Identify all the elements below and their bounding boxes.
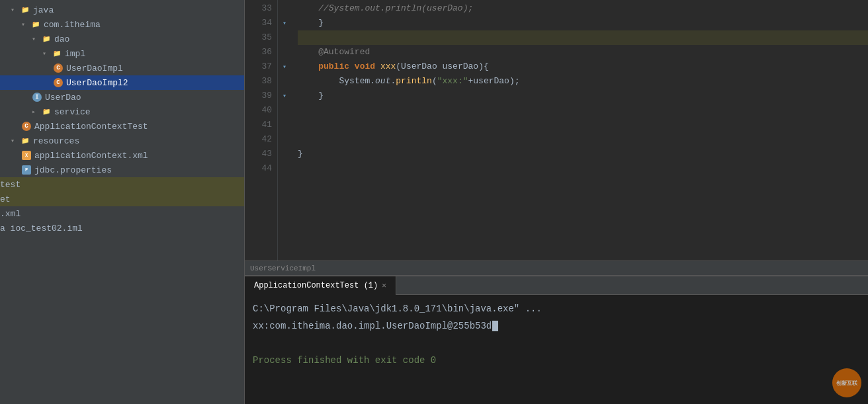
- class-icon: C: [53, 77, 64, 88]
- folder-icon: 📁: [41, 34, 52, 44]
- cursor: [492, 321, 498, 331]
- code-text: }: [298, 16, 324, 30]
- gutter-36: [278, 45, 291, 60]
- code-line-39: }: [298, 89, 868, 103]
- sidebar-item-java[interactable]: ▾ 📁 java: [0, 3, 244, 17]
- sidebar-item-label: et: [0, 194, 11, 204]
- sidebar-item-label: com.itheima: [44, 20, 101, 30]
- sidebar-item-label: test: [0, 180, 21, 190]
- sidebar-item-service[interactable]: ▸ 📁 service: [0, 104, 244, 119]
- collapse-arrow[interactable]: ▾: [282, 63, 286, 71]
- line-num-41: 41: [245, 118, 272, 132]
- collapse-arrow[interactable]: ▾: [282, 92, 286, 100]
- sidebar: ▾ 📁 java ▾ 📁 com.itheima ▾ 📁 dao ▾ 📁 imp…: [0, 0, 245, 404]
- sidebar-item-label: applicationContext.xml: [34, 151, 148, 161]
- code-line-41: [298, 118, 868, 132]
- expand-arrow: ▸: [32, 108, 40, 116]
- sidebar-item-label: a ioc_test02.iml: [0, 223, 83, 233]
- console-body: C:\Program Files\Java\jdk1.8.0_171\bin\j…: [245, 295, 868, 404]
- console-line-text: Process finished with exit code 0: [253, 355, 436, 366]
- code-text: }: [298, 147, 303, 161]
- expand-arrow: ▾: [42, 50, 50, 58]
- sidebar-item-userdaoimpl[interactable]: C UserDaoImpl: [0, 61, 244, 75]
- expand-arrow: ▾: [32, 35, 40, 43]
- sidebar-item-impl[interactable]: ▾ 📁 impl: [0, 46, 244, 61]
- code-line-35: [298, 30, 868, 45]
- sidebar-item-label: ApplicationContextTest: [34, 122, 148, 132]
- code-line-34: }: [298, 16, 868, 30]
- sidebar-item-userdaoimpl2[interactable]: C UserDaoImpl2: [0, 75, 244, 90]
- code-line-43: }: [298, 147, 868, 161]
- file-tree: ▾ 📁 java ▾ 📁 com.itheima ▾ 📁 dao ▾ 📁 imp…: [0, 0, 244, 404]
- sidebar-item-applicationcontexttest[interactable]: C ApplicationContextTest: [0, 119, 244, 134]
- collapse-arrow[interactable]: ▾: [282, 19, 286, 27]
- gutter-37: ▾: [278, 60, 291, 74]
- line-num-37: 37: [245, 60, 272, 74]
- sidebar-bottom-et: et: [0, 192, 244, 206]
- sidebar-item-label: service: [54, 107, 91, 117]
- close-tab-icon[interactable]: ✕: [382, 281, 386, 290]
- code-text: //System.out.println(userDao);: [298, 1, 473, 16]
- gutter-38: [278, 74, 291, 89]
- console-area: ApplicationContextTest (1) ✕ C:\Program …: [245, 275, 868, 404]
- editor-area: 33 34 35 36 37 38 39 40 41 42 43 44 ▾: [245, 0, 868, 404]
- sidebar-item-applicationcontextxml[interactable]: X applicationContext.xml: [0, 148, 244, 163]
- console-tab-bar: ApplicationContextTest (1) ✕: [245, 276, 868, 295]
- code-body[interactable]: //System.out.println(userDao); } @Autowi…: [291, 0, 868, 261]
- sidebar-item-label: impl: [65, 49, 85, 59]
- folder-icon: 📁: [41, 106, 52, 117]
- sidebar-item-jdbcproperties[interactable]: P jdbc.properties: [0, 163, 244, 177]
- line-num-40: 40: [245, 103, 272, 118]
- expand-arrow: ▾: [11, 137, 19, 145]
- line-num-42: 42: [245, 132, 272, 147]
- code-line-40: [298, 103, 868, 118]
- console-line-3: [253, 335, 860, 352]
- breadcrumb-bar: UserServiceImpl: [245, 261, 868, 275]
- console-line-2: xx:com.itheima.dao.impl.UserDaoImpl@255b…: [253, 317, 860, 335]
- sidebar-item-label: java: [33, 5, 54, 15]
- code-line-37: public void xxx(UserDao userDao){: [298, 60, 868, 74]
- console-tab-active[interactable]: ApplicationContextTest (1) ✕: [245, 276, 396, 295]
- folder-icon: 📁: [30, 19, 41, 30]
- code-line-44: [298, 161, 868, 176]
- console-line-1: C:\Program Files\Java\jdk1.8.0_171\bin\j…: [253, 300, 860, 317]
- gutter: ▾ ▾ ▾: [278, 0, 291, 261]
- sidebar-item-dao[interactable]: ▾ 📁 dao: [0, 32, 244, 46]
- code-line-38: System.out.println("xxx:"+userDao);: [298, 74, 868, 89]
- props-icon: P: [21, 165, 32, 175]
- class-icon: C: [53, 63, 64, 73]
- gutter-43: [278, 147, 291, 161]
- line-num-39: 39: [245, 89, 272, 103]
- sidebar-item-label: .xml: [0, 209, 21, 219]
- gutter-35: [278, 30, 291, 45]
- folder-icon: 📁: [52, 48, 62, 59]
- folder-icon: 📁: [20, 136, 30, 146]
- code-line-33: //System.out.println(userDao);: [298, 1, 868, 16]
- sidebar-item-label: jdbc.properties: [34, 165, 112, 175]
- console-tab-label: ApplicationContextTest (1): [254, 281, 378, 290]
- sidebar-item-com-itheima[interactable]: ▾ 📁 com.itheima: [0, 17, 244, 32]
- gutter-39: ▾: [278, 89, 291, 103]
- code-text: public void xxx(UserDao userDao){: [298, 60, 489, 74]
- console-line-text: xx:com.itheima.dao.impl.UserDaoImpl@255b…: [253, 321, 492, 331]
- sidebar-item-resources[interactable]: ▾ 📁 resources: [0, 134, 244, 148]
- console-line-4: Process finished with exit code 0: [253, 352, 860, 369]
- line-num-43: 43: [245, 147, 272, 161]
- watermark-logo: 创新互联: [832, 368, 861, 397]
- code-text: System.out.println("xxx:"+userDao);: [298, 74, 520, 89]
- code-text: }: [298, 89, 324, 103]
- sidebar-item-label: UserDaoImpl: [66, 63, 123, 73]
- gutter-41: [278, 118, 291, 132]
- expand-arrow: ▾: [11, 6, 19, 14]
- code-line-42: [298, 132, 868, 147]
- gutter-42: [278, 132, 291, 147]
- gutter-40: [278, 103, 291, 118]
- breadcrumb-text: UserServiceImpl: [250, 264, 316, 272]
- code-line-36: @Autowired: [298, 45, 868, 60]
- sidebar-item-label: dao: [54, 34, 69, 44]
- sidebar-bottom-xml: .xml: [0, 206, 244, 221]
- sidebar-bottom-iml: a ioc_test02.iml: [0, 221, 244, 235]
- line-num-34: 34: [245, 16, 272, 30]
- sidebar-item-userdao[interactable]: I UserDao: [0, 90, 244, 104]
- gutter-44: [278, 161, 291, 176]
